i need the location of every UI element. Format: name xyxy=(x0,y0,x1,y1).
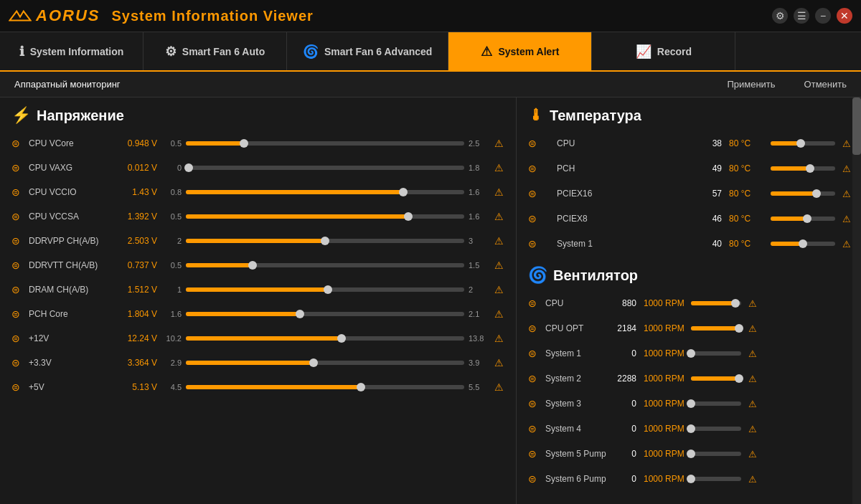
voltage-slider[interactable] xyxy=(186,361,464,365)
voltage-section-header: ⚡ Напряжение xyxy=(11,106,504,125)
temp-slider[interactable] xyxy=(771,166,835,171)
sensor-name: PCH xyxy=(545,155,695,182)
sensor-icon: ⊜ xyxy=(11,186,24,198)
toolbar-apply[interactable]: Применить xyxy=(727,79,775,90)
fan-row: ⊜ CPU 880 1000 RPM ⚠ xyxy=(528,292,851,315)
fan-slider[interactable] xyxy=(691,376,741,381)
alert-icon[interactable]: ⚠ xyxy=(493,162,504,173)
sensor-unit: 80 °C xyxy=(729,138,766,148)
fan-title: Вентилятор xyxy=(553,267,638,284)
tab-record[interactable]: 📈 Record xyxy=(592,32,735,70)
header: AORUS System Information Viewer ⚙ ☰ − ✕ xyxy=(0,0,861,32)
voltage-slider[interactable] xyxy=(186,166,464,170)
temp-slider[interactable] xyxy=(771,217,835,221)
alert-icon[interactable]: ⚠ xyxy=(748,399,757,409)
tab-system-alert[interactable]: ⚠ System Alert xyxy=(448,32,592,70)
alert-icon[interactable]: ⚠ xyxy=(748,348,757,359)
slider-min: 2 xyxy=(161,237,182,245)
alert-icon[interactable]: ⚠ xyxy=(493,333,504,344)
alert-icon[interactable]: ⚠ xyxy=(493,381,504,393)
alert-icon[interactable]: ⚠ xyxy=(748,449,757,460)
settings-button[interactable]: ⚙ xyxy=(772,8,788,24)
alert-icon[interactable]: ⚠ xyxy=(493,308,504,320)
sensor-value: 1.512 V xyxy=(116,285,157,295)
alert-icon[interactable]: ⚠ xyxy=(842,214,851,224)
right-scrollbar[interactable] xyxy=(852,98,861,504)
sensor-value: 49 xyxy=(699,163,722,173)
sensor-icon: ⊜ xyxy=(528,448,541,460)
scroll-thumb[interactable] xyxy=(852,98,861,155)
tab-smart-fan-advanced[interactable]: 🌀 Smart Fan 6 Advanced xyxy=(287,32,448,70)
voltage-row: ⊜ DRAM CH(A/B) 1.512 V 1 2 ⚠ xyxy=(11,278,504,301)
alert-icon[interactable]: ⚠ xyxy=(748,323,757,334)
alert-icon[interactable]: ⚠ xyxy=(493,138,504,149)
toolbar: Аппаратный мониторинг Применить Отменить xyxy=(0,72,861,98)
sensor-icon: ⊜ xyxy=(11,308,24,320)
sensor-icon: ⊜ xyxy=(528,473,541,485)
alert-icon[interactable]: ⚠ xyxy=(842,138,851,149)
menu-button[interactable]: ☰ xyxy=(794,8,809,24)
alert-icon[interactable]: ⚠ xyxy=(842,239,851,249)
fan-slider[interactable] xyxy=(691,401,741,406)
voltage-slider[interactable] xyxy=(186,214,464,219)
sensor-name: System 5 Pump xyxy=(545,449,606,459)
toolbar-cancel[interactable]: Отменить xyxy=(804,79,847,90)
tab-smart-fan-advanced-label: Smart Fan 6 Advanced xyxy=(324,46,432,57)
fan-slider[interactable] xyxy=(691,326,741,331)
temp-slider[interactable] xyxy=(771,141,835,146)
tab-smart-fan-auto[interactable]: ⚙ Smart Fan 6 Auto xyxy=(144,32,287,70)
sensor-unit: 80 °C xyxy=(729,214,766,224)
voltage-slider[interactable] xyxy=(186,385,464,389)
slider-min: 0.5 xyxy=(161,139,182,148)
temp-section-header: 🌡 Температура xyxy=(528,106,851,125)
alert-icon[interactable]: ⚠ xyxy=(748,424,757,434)
sensor-unit: 1000 RPM xyxy=(644,348,687,358)
slider-min: 0.8 xyxy=(161,188,182,196)
voltage-slider[interactable] xyxy=(186,287,464,292)
alert-icon[interactable]: ⚠ xyxy=(842,189,851,199)
sensor-value: 0.737 V xyxy=(116,260,157,270)
sensor-value: 0 xyxy=(611,474,636,484)
right-content: 🌡 Температура ⊜ CPU 38 80 °C ⚠ ⊜ PCH 49 … xyxy=(528,106,861,495)
fan-slider[interactable] xyxy=(691,427,741,431)
fan-slider[interactable] xyxy=(691,301,741,305)
sensor-value: 12.24 V xyxy=(116,333,157,343)
minimize-button[interactable]: − xyxy=(815,8,831,24)
alert-icon[interactable]: ⚠ xyxy=(493,260,504,271)
sensor-unit: 1000 RPM xyxy=(644,449,687,459)
voltage-slider[interactable] xyxy=(186,312,464,316)
toolbar-hardware-monitor[interactable]: Аппаратный мониторинг xyxy=(14,79,121,90)
alert-icon[interactable]: ⚠ xyxy=(842,163,851,174)
alert-icon[interactable]: ⚠ xyxy=(748,474,757,485)
voltage-slider[interactable] xyxy=(186,263,464,267)
voltage-slider[interactable] xyxy=(186,239,464,243)
alert-icon[interactable]: ⚠ xyxy=(493,211,504,222)
sensor-name: CPU VCCSA xyxy=(29,211,111,222)
aorus-logo-icon xyxy=(9,8,32,24)
alert-icon[interactable]: ⚠ xyxy=(748,374,757,384)
logo-text: AORUS xyxy=(36,6,100,25)
temp-slider[interactable] xyxy=(771,191,835,196)
alert-icon[interactable]: ⚠ xyxy=(493,284,504,295)
slider-max: 2.5 xyxy=(469,139,489,148)
alert-icon[interactable]: ⚠ xyxy=(493,186,504,198)
slider-min: 4.5 xyxy=(161,383,182,391)
slider-max: 2.1 xyxy=(469,310,489,318)
voltage-slider[interactable] xyxy=(186,336,464,341)
tab-system-info[interactable]: ℹ System Information xyxy=(0,32,144,70)
alert-icon[interactable]: ⚠ xyxy=(493,235,504,247)
sensor-name: CPU VCCIO xyxy=(29,187,111,197)
fan-slider[interactable] xyxy=(691,477,741,481)
voltage-slider[interactable] xyxy=(186,141,464,146)
slider-max: 3 xyxy=(469,237,489,245)
alert-icon[interactable]: ⚠ xyxy=(493,357,504,369)
voltage-slider[interactable] xyxy=(186,190,464,194)
slider-max: 1.8 xyxy=(469,163,489,172)
sensor-value: 3.364 V xyxy=(116,358,157,368)
temp-slider[interactable] xyxy=(771,242,835,246)
fan-slider[interactable] xyxy=(691,452,741,456)
fan-slider[interactable] xyxy=(691,351,741,356)
close-button[interactable]: ✕ xyxy=(837,8,852,24)
alert-icon[interactable]: ⚠ xyxy=(748,298,757,309)
voltage-title: Напряжение xyxy=(37,108,124,124)
